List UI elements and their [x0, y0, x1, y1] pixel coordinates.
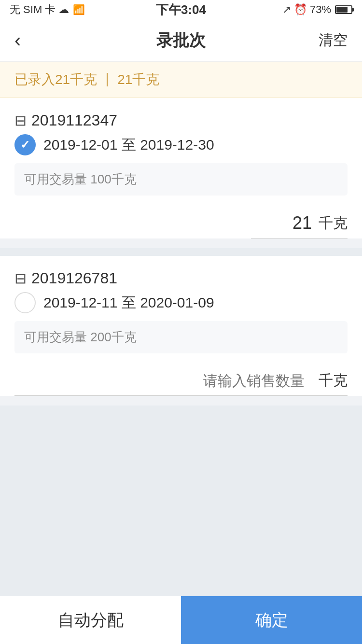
section-separator-1 [0, 248, 362, 256]
batch-card-2: ⊟ 2019126781 2019-12-11 至 2020-01-09 可用交… [0, 256, 362, 396]
batch2-date: 2019-12-11 至 2020-01-09 [43, 293, 214, 313]
batch-card-1: ⊟ 2019112347 2019-12-01 至 2019-12-30 可用交… [0, 98, 362, 238]
battery-fill [336, 7, 348, 13]
location-icon: ↗ [282, 3, 291, 16]
status-time: 下午3:04 [156, 1, 206, 18]
batch2-unit: 千克 [319, 371, 348, 391]
batch1-avail-row: 可用交易量 100千克 [14, 163, 348, 196]
info-banner: 已录入21千克 21千克 [0, 62, 362, 98]
status-bar: 无 SIM 卡 ☁ 📶 下午3:04 ↗ ⏰ 73% [0, 0, 362, 19]
info-divider [107, 73, 108, 86]
batch1-unit: 千克 [319, 213, 348, 233]
batch1-amount-row: 21 千克 [0, 205, 362, 238]
back-button[interactable]: ‹ [14, 29, 21, 51]
wifi-icon: 📶 [73, 4, 85, 15]
batch1-underline [251, 238, 348, 238]
batch2-radio[interactable] [14, 292, 36, 313]
batch2-header: ⊟ 2019126781 [0, 256, 362, 292]
auto-distribute-button[interactable]: 自动分配 [0, 596, 181, 644]
batch2-date-row[interactable]: 2019-12-11 至 2020-01-09 [0, 292, 362, 321]
batch1-date-row[interactable]: 2019-12-01 至 2019-12-30 [0, 134, 362, 163]
batch2-underline [14, 395, 348, 396]
bottom-buttons: 自动分配 确定 [0, 596, 362, 644]
info-value: 21千克 [117, 70, 159, 89]
batch1-radio[interactable] [14, 134, 36, 155]
nav-bar: ‹ 录批次 清空 [0, 19, 362, 62]
batch2-avail-text: 可用交易量 200千克 [24, 330, 137, 344]
batch2-input-row[interactable]: 千克 [0, 363, 362, 395]
clear-button[interactable]: 清空 [319, 30, 348, 50]
batch1-header: ⊟ 2019112347 [0, 98, 362, 134]
batch2-avail-row: 可用交易量 200千克 [14, 321, 348, 353]
sim-label: 无 SIM 卡 ☁ [10, 2, 69, 17]
batch1-icon: ⊟ [14, 112, 27, 129]
batch2-icon: ⊟ [14, 270, 27, 287]
confirm-button[interactable]: 确定 [181, 596, 362, 644]
batch2-id: 2019126781 [31, 269, 117, 287]
batch1-id: 2019112347 [31, 112, 117, 129]
alarm-icon: ⏰ [294, 3, 307, 16]
status-right: ↗ ⏰ 73% [282, 3, 352, 16]
batch1-amount[interactable]: 21 [292, 213, 312, 233]
batch1-avail-text: 可用交易量 100千克 [24, 172, 137, 186]
batch1-date: 2019-12-01 至 2019-12-30 [43, 135, 214, 155]
main-content: 已录入21千克 21千克 ⊟ 2019112347 2019-12-01 至 2… [0, 62, 362, 644]
battery-bar [335, 5, 352, 14]
status-left: 无 SIM 卡 ☁ 📶 [10, 2, 85, 17]
info-label: 已录入21千克 [14, 70, 97, 89]
battery-percent: 73% [310, 3, 331, 16]
page-title: 录批次 [156, 29, 206, 52]
batch2-quantity-input[interactable] [14, 373, 312, 389]
